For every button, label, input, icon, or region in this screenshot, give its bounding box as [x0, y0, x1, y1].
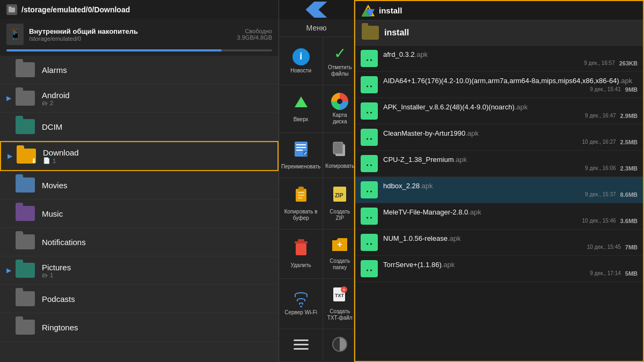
svg-text:ZIP: ZIP: [335, 193, 343, 198]
toggle-icon: [332, 337, 347, 352]
apk-item-meletv[interactable]: MeleTV-File-Manager-2.8.0.apk 10 дек., 1…: [355, 203, 643, 230]
copy-icon: [332, 141, 347, 161]
install-folder-header[interactable]: install: [355, 20, 643, 46]
svg-line-39: [365, 81, 367, 83]
folder-item-movies[interactable]: Movies: [0, 171, 279, 200]
menu-item-rename[interactable]: Переименовать: [279, 133, 323, 178]
apk-item-hdbox[interactable]: hdbox_2.28.apk 9 дек., 15:37 8.6MB: [355, 177, 643, 203]
svg-rect-48: [364, 137, 374, 141]
folder-icon-podcasts: [15, 290, 35, 307]
menu-item-wifi-server[interactable]: Сервер Wi-Fi: [279, 279, 323, 329]
android-icon-apkinstaller: [361, 102, 378, 120]
apk-item-apkinstaller[interactable]: APK_Installer_v.8.6.2(48)(4.4-9.0)(noarc…: [355, 98, 643, 124]
txt-icon: TXT+: [332, 286, 347, 306]
apk-details-hdbox: hdbox_2.28.apk 9 дек., 15:37 8.6MB: [383, 182, 638, 198]
svg-line-70: [372, 212, 373, 214]
svg-point-43: [367, 112, 368, 114]
apk-date-cpuz: 9 дек., 16:06: [585, 165, 616, 172]
svg-rect-13: [298, 192, 304, 193]
storage-progress-bar: [6, 49, 222, 51]
check-icon: ✓: [334, 45, 346, 62]
menu-item-select-label: Отметить файлы: [325, 64, 354, 77]
folder-name-movies: Movies: [42, 181, 272, 190]
menu-item-toggle[interactable]: [323, 329, 357, 362]
svg-point-68: [370, 217, 372, 219]
menu-item-select-files[interactable]: ✓ Отметить файлы: [323, 37, 357, 85]
back-button[interactable]: [306, 2, 327, 18]
storage-bar: 📱 Внутренний общий накопитель /storage/e…: [0, 19, 279, 56]
svg-rect-14: [298, 195, 304, 196]
svg-rect-0: [9, 8, 15, 12]
folder-item-music[interactable]: Music: [0, 200, 279, 228]
svg-rect-42: [364, 110, 374, 115]
apk-item-num[interactable]: NUM_1.0.56-release.apk 10 дек., 15:45 7M…: [355, 230, 643, 256]
folder-icon-ringtones: [15, 319, 35, 336]
apk-name-apkinstaller: APK_Installer_v.8.6.2(48)(4.4-9.0)(noarc…: [383, 103, 638, 112]
svg-line-75: [365, 239, 367, 240]
menu-label: Меню: [279, 19, 354, 37]
folder-item-notifications[interactable]: Notifications: [0, 228, 279, 256]
folder-item-podcasts[interactable]: Podcasts: [0, 285, 279, 313]
svg-rect-10: [333, 142, 343, 154]
up-arrow-icon: [294, 95, 309, 114]
menu-item-create-txt[interactable]: TXT+ Создать TXT-файл: [323, 279, 357, 329]
middle-header: [279, 0, 354, 19]
menu-item-news[interactable]: i Новости: [279, 37, 323, 85]
apk-name-afrd: afrd_0.3.2.apk: [383, 50, 638, 60]
svg-marker-2: [295, 97, 308, 107]
menu-item-bars[interactable]: [279, 329, 323, 362]
folder-name-android: Android: [42, 91, 272, 100]
folder-list: Alarms ▶ Android 🗁2 DCIM ▶ ⬇: [0, 56, 279, 362]
android-icon-aida64: [361, 76, 378, 93]
apk-name-num: NUM_1.0.56-release.apk: [383, 234, 638, 243]
menu-item-zip-label: Создать ZIP: [325, 209, 354, 221]
folder-icon-download: ⬇: [16, 147, 36, 165]
storage-free-value: 3.9GB/4.8GB: [237, 34, 272, 41]
apk-details-cleanmaster: CleanMaster-by-Artur1990.apk 10 дек., 16…: [383, 129, 638, 146]
folder-arrow: ▶: [6, 267, 12, 274]
menu-item-copy[interactable]: Копировать: [323, 133, 357, 178]
folder-item-android[interactable]: ▶ Android 🗁2: [0, 84, 279, 113]
apk-date-cleanmaster: 10 дек., 16:27: [582, 139, 616, 145]
svg-point-55: [367, 165, 368, 166]
svg-point-37: [367, 86, 368, 87]
apk-item-cpuz[interactable]: CPU-Z_1.38_Premium.apk 9 дек., 16:06 2.3…: [355, 151, 643, 177]
folder-sub-download: 📄1: [43, 157, 271, 164]
folder-icon-music: [15, 205, 35, 222]
android-icon-num: [361, 234, 378, 251]
menu-item-delete[interactable]: Удалить: [279, 230, 323, 279]
menu-item-disk-map[interactable]: Карта диска: [323, 85, 357, 133]
svg-point-61: [367, 191, 368, 193]
folder-item-ringtones[interactable]: Ringtones: [0, 313, 279, 342]
svg-rect-30: [364, 58, 374, 62]
folder-icon-movies: [15, 176, 35, 194]
folder-item-pictures[interactable]: ▶ Pictures 🗁1: [0, 256, 279, 285]
apk-item-cleanmaster[interactable]: CleanMaster-by-Artur1990.apk 10 дек., 16…: [355, 124, 643, 151]
menu-item-create-folder[interactable]: + Создать папку: [323, 230, 357, 279]
svg-point-49: [367, 138, 368, 140]
svg-line-58: [372, 160, 373, 161]
folder-item-alarms[interactable]: Alarms: [0, 56, 279, 84]
svg-rect-19: [295, 241, 308, 243]
menu-item-create-zip[interactable]: ZIP Создать ZIP: [323, 178, 357, 230]
folder-name-ringtones: Ringtones: [42, 323, 272, 332]
apk-item-afrd[interactable]: afrd_0.3.2.apk 9 дек., 16:57 263KB: [355, 46, 643, 72]
svg-rect-60: [364, 189, 374, 194]
storage-free-label: Свободно: [237, 28, 272, 34]
menu-item-copy-buffer[interactable]: Копировать в буфер: [279, 178, 323, 230]
android-icon-cleanmaster: [361, 129, 378, 146]
svg-point-73: [367, 243, 368, 245]
apk-item-aida64[interactable]: AIDA64+1.76(176)(4.2-10.0)(arm,arm7a,arm…: [355, 72, 643, 98]
clipboard-icon: [294, 186, 309, 206]
svg-rect-15: [298, 197, 302, 198]
folder-item-dcim[interactable]: DCIM: [0, 113, 279, 141]
apk-details-apkinstaller: APK_Installer_v.8.6.2(48)(4.4-9.0)(noarc…: [383, 103, 638, 120]
apk-size-hdbox: 8.6MB: [620, 191, 638, 198]
folder-item-download[interactable]: ▶ ⬇ Download 📄1: [0, 141, 279, 171]
svg-rect-1: [9, 6, 11, 8]
android-icon-meletv: [361, 208, 378, 225]
apk-item-torrserve[interactable]: TorrServe+(1.1.86).apk 9 дек., 17:14 5MB: [355, 256, 643, 282]
apk-date-meletv: 10 дек., 15:46: [582, 218, 616, 224]
menu-item-up[interactable]: Вверх: [279, 85, 323, 133]
apk-size-aida64: 9MB: [625, 86, 638, 93]
